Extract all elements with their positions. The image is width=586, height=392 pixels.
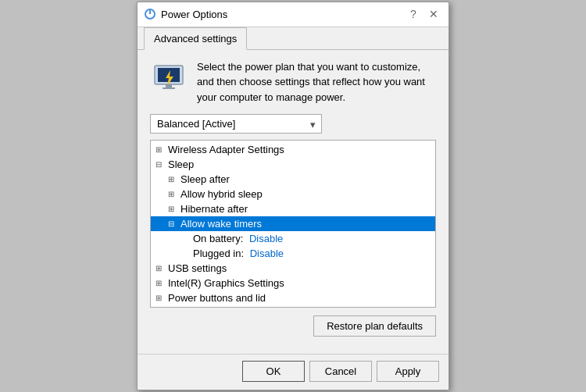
svg-rect-6 — [163, 87, 175, 89]
tree-item-sleep-after[interactable]: ⊞ Sleep after — [151, 172, 435, 187]
tree-item-pci-express[interactable]: ⊞ PCI Express — [151, 305, 435, 307]
description-text: Select the power plan that you want to c… — [197, 59, 436, 105]
dropdown-row: Balanced [Active] Power saver High perfo… — [150, 114, 436, 134]
tree-label-sleep-after: Sleep after — [180, 173, 230, 185]
tree-container: ⊞ Wireless Adapter Settings ⊟ Sleep ⊞ Sl… — [150, 140, 436, 308]
expand-icon-sleep-after: ⊞ — [168, 175, 177, 184]
tab-advanced-settings[interactable]: Advanced settings — [144, 27, 247, 50]
window-title: Power Options — [161, 9, 227, 20]
tree-item-hybrid-sleep[interactable]: ⊞ Allow hybrid sleep — [151, 187, 435, 201]
tree-item-intel-graphics[interactable]: ⊞ Intel(R) Graphics Settings — [151, 276, 435, 290]
title-power-icon — [144, 8, 156, 20]
cancel-button[interactable]: Cancel — [309, 361, 372, 382]
tree-label-sleep: Sleep — [168, 159, 194, 170]
expand-icon-hibernate: ⊞ — [168, 205, 177, 213]
power-plan-icon — [150, 59, 188, 97]
title-bar-left: Power Options — [144, 8, 227, 20]
description-row: Select the power plan that you want to c… — [150, 59, 436, 105]
title-bar-buttons: ? ✕ — [405, 5, 442, 23]
main-content: Select the power plan that you want to c… — [138, 50, 448, 355]
bottom-bar: OK Cancel Apply — [138, 354, 448, 390]
tree-item-hibernate[interactable]: ⊞ Hibernate after — [151, 201, 435, 216]
expand-icon-wake-timers: ⊟ — [168, 219, 177, 228]
tree-item-usb[interactable]: ⊞ USB settings — [151, 261, 435, 276]
tree-label-intel-graphics: Intel(R) Graphics Settings — [168, 277, 284, 289]
tab-strip: Advanced settings — [138, 27, 448, 50]
expand-icon-wireless: ⊞ — [155, 145, 165, 154]
expand-icon-hybrid-sleep: ⊞ — [168, 190, 177, 198]
tree-label-wireless: Wireless Adapter Settings — [168, 144, 284, 155]
power-options-window: Power Options ? ✕ Advanced settings — [137, 2, 449, 391]
tree-item-wireless[interactable]: ⊞ Wireless Adapter Settings — [151, 142, 435, 157]
restore-plan-defaults-button[interactable]: Restore plan defaults — [313, 315, 436, 337]
dropdown-wrapper: Balanced [Active] Power saver High perfo… — [150, 114, 322, 134]
tree-value-plugged-in: Disable — [250, 248, 284, 259]
tree-label-usb: USB settings — [168, 262, 227, 274]
restore-row: Restore plan defaults — [150, 315, 436, 337]
tree-label-hybrid-sleep: Allow hybrid sleep — [180, 188, 263, 200]
power-icon-container — [150, 59, 188, 99]
help-button[interactable]: ? — [405, 5, 422, 23]
tree-label-on-battery: On battery: — [193, 233, 246, 244]
tree-list[interactable]: ⊞ Wireless Adapter Settings ⊟ Sleep ⊞ Sl… — [151, 141, 435, 307]
tree-item-wake-timers[interactable]: ⊟ Allow wake timers — [151, 216, 435, 231]
title-bar: Power Options ? ✕ — [138, 2, 448, 27]
power-plan-dropdown[interactable]: Balanced [Active] Power saver High perfo… — [150, 114, 322, 134]
close-button[interactable]: ✕ — [425, 5, 442, 23]
expand-icon-usb: ⊞ — [155, 264, 165, 273]
tree-label-power-buttons: Power buttons and lid — [168, 292, 266, 304]
tree-item-sleep[interactable]: ⊟ Sleep — [151, 157, 435, 172]
tree-label-hibernate: Hibernate after — [180, 203, 248, 215]
tree-item-power-buttons[interactable]: ⊞ Power buttons and lid — [151, 290, 435, 305]
apply-button[interactable]: Apply — [377, 361, 439, 382]
tree-item-plugged-in[interactable]: Plugged in: Disable — [151, 246, 435, 261]
tree-item-on-battery[interactable]: On battery: Disable — [151, 231, 435, 246]
tree-label-wake-timers: Allow wake timers — [180, 218, 262, 230]
tree-label-plugged-in: Plugged in: — [193, 248, 247, 259]
expand-icon-power-buttons: ⊞ — [155, 294, 165, 302]
svg-rect-5 — [166, 84, 172, 87]
expand-icon-sleep: ⊟ — [155, 160, 165, 169]
ok-button[interactable]: OK — [242, 361, 305, 382]
expand-icon-intel-graphics: ⊞ — [155, 279, 165, 287]
tree-value-on-battery: Disable — [249, 233, 283, 244]
